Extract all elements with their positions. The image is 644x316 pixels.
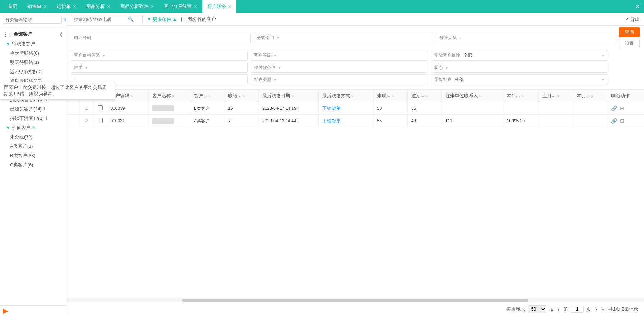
nav-product-analysis[interactable]: 商品分析 ✕ (81, 0, 115, 13)
edit-icon[interactable]: ✎ (32, 125, 36, 131)
row2-check[interactable] (94, 115, 107, 127)
col-last-method-header[interactable]: 最后联络方式⇅ (319, 90, 374, 102)
nav-home[interactable]: 首页 (3, 0, 22, 13)
filter-department[interactable]: 分管部门 ▼ (254, 33, 434, 43)
col-overdue-header[interactable]: 逾期...⇅ (407, 90, 441, 102)
filter-manager[interactable]: 分管人员 ··· (436, 33, 616, 43)
settings-button[interactable]: 设置 (619, 39, 640, 48)
sidebar-item-tomorrow[interactable]: 明天待联络(1) (0, 58, 66, 67)
nav-customer-contact[interactable]: 客户联络 ✕ (202, 0, 236, 13)
sidebar-pending-contact-section[interactable]: ▼ 待联络客户 (0, 39, 66, 48)
filter-retail-attr[interactable]: 零散客户属性 全部 ▼ (431, 50, 608, 61)
row2-last-method-link[interactable]: 下销货单 (322, 118, 341, 123)
row1-code: 000039 (107, 102, 148, 115)
close-icon[interactable]: ✕ (150, 4, 154, 9)
per-page-label: 每页显示 (506, 306, 525, 312)
sidebar-search-input[interactable] (3, 16, 62, 24)
per-page-select[interactable]: 50 20 100 200 (528, 305, 546, 313)
filter-retail-customer[interactable]: 零散客户 全部 ▼ (431, 74, 608, 85)
sidebar-expand-icon[interactable]: ▶ (3, 307, 8, 315)
close-icon[interactable]: ✕ (43, 4, 47, 9)
my-customer-filter[interactable]: 我分管的客户 (181, 16, 216, 23)
filter-customer-type[interactable]: 客户类型 ▼ (251, 74, 428, 85)
close-icon[interactable]: ✕ (73, 4, 76, 9)
sidebar-item-ungrouped[interactable]: 未分组(32) (0, 132, 66, 142)
page-nav: « ‹ 第 页 › » (549, 305, 606, 313)
row2-last-month (539, 115, 573, 127)
search-icon[interactable]: 🔍 (128, 16, 134, 22)
row1-link-icon[interactable]: 🔗 (611, 105, 617, 111)
close-icon[interactable]: ✕ (107, 4, 110, 9)
row2-actions: 🔗 ⊞ (607, 115, 644, 127)
row2-action-buttons: 🔗 ⊞ (611, 118, 640, 124)
filter-customer-level[interactable]: 客户等级 ▼ (251, 50, 428, 61)
sort-icon: ⇅ (479, 94, 482, 98)
nav-product-analysis-list[interactable]: 商品分析列表 ✕ (115, 0, 159, 13)
sidebar-all-customers[interactable]: ⋮⋮ 全部客户 ❮ (0, 29, 66, 39)
row2-link-icon[interactable]: 🔗 (611, 118, 617, 124)
nav-purchase[interactable]: 进货单 ✕ (52, 0, 81, 13)
export-button[interactable]: ↗ 导出 (625, 16, 640, 23)
nav-sales[interactable]: 销售单 ✕ (22, 0, 52, 13)
col-unreached-header[interactable]: 未联...⇅ (373, 90, 407, 102)
col-unit-contact-header[interactable]: 往来单位联系人⇅ (441, 90, 503, 102)
sort-icon: ⇅ (130, 94, 133, 98)
sort-icon: ⇅ (590, 94, 593, 98)
horizontal-scrollbar[interactable] (66, 298, 644, 302)
search-input[interactable] (74, 17, 128, 22)
nav-customer-segmentation[interactable]: 客户分层经营 ✕ (159, 0, 202, 13)
col-contact-header[interactable]: 联络...⇅ (224, 90, 259, 102)
chevron-down-icon: ▼ (601, 78, 605, 82)
row1-this-month (573, 102, 607, 115)
row1-last-method[interactable]: 下销货单 (319, 102, 374, 115)
row1-settings (66, 102, 79, 115)
chevron-down-icon: ▼ (273, 78, 277, 82)
col-last-date-header[interactable]: 最后联络日期⇅ (259, 90, 319, 102)
row1-last-method-link[interactable]: 下销货单 (322, 105, 341, 111)
query-button[interactable]: 查询 (619, 27, 640, 37)
sort-icon: ⇅ (208, 94, 211, 98)
window-close-button[interactable]: ✕ (635, 3, 640, 10)
row2-last-method[interactable]: 下销货单 (319, 115, 374, 127)
filter-nature[interactable]: 性质 ▼ (71, 62, 248, 73)
row1-check[interactable] (94, 102, 107, 115)
sidebar-search-icon[interactable]: 🔍 (63, 17, 66, 23)
close-icon[interactable]: ✕ (194, 4, 197, 9)
filter-status[interactable]: 状态 ▼ (431, 62, 608, 73)
sidebar-item-declining[interactable]: 持续下滑客户(2) ℹ (0, 114, 66, 123)
row1-grid-icon[interactable]: ⊞ (620, 105, 624, 111)
collapse-icon[interactable]: ❮ (59, 32, 63, 37)
row1-checkbox[interactable] (98, 105, 103, 110)
sidebar-item-b-class[interactable]: B类客户(33) (0, 151, 66, 160)
col-type-header[interactable]: 客户...⇅ (190, 90, 224, 102)
page-input[interactable] (571, 306, 584, 313)
more-filter-button[interactable]: ▼ 更多条件 ▲ (147, 16, 177, 23)
sidebar-item-today[interactable]: 今天待联络(0) (0, 48, 66, 58)
filter-price-level[interactable]: 客户价格等级 ▼ (71, 50, 248, 61)
main-layout: 🔍 ⋮⋮ 全部客户 ❮ ▼ 待联络客户 今天待联络(0) 明天待联络(1) 近7… (0, 13, 644, 316)
filter-payment[interactable]: 收付款条件 ▼ (251, 62, 428, 73)
row2-checkbox[interactable] (98, 118, 103, 123)
first-page-button[interactable]: « (549, 306, 555, 313)
filter-phone[interactable]: 电话号码 (71, 33, 251, 43)
col-this-year-header[interactable]: 本年...⇅ (503, 90, 539, 102)
sidebar-item-7days[interactable]: 近7天待联络(0) (0, 67, 66, 76)
sort-icon: ⇅ (242, 94, 245, 98)
sidebar-item-a-class[interactable]: A类客户(1) (0, 142, 66, 151)
last-page-button[interactable]: » (600, 306, 606, 313)
total-records-label: 共1页 2条记录 (608, 306, 638, 312)
col-name-header[interactable]: 客户名称⇅ (148, 90, 190, 102)
prev-page-button[interactable]: ‹ (556, 306, 560, 313)
col-last-month-header[interactable]: 上月...⇅ (539, 90, 573, 102)
hscroll-thumb[interactable] (182, 299, 529, 302)
row1-type: B类客户 (190, 102, 224, 115)
sidebar-value-customer-section[interactable]: ▼ 价值客户 ✎ (0, 123, 66, 132)
info-icon: ℹ (46, 115, 47, 121)
sidebar-item-churned[interactable]: 已流失客户(24) ℹ (0, 104, 66, 114)
next-page-button[interactable]: › (594, 306, 598, 313)
my-customer-checkbox[interactable] (181, 17, 186, 22)
close-icon[interactable]: ✕ (228, 4, 231, 9)
sidebar-item-c-class[interactable]: C类客户(6) (0, 160, 66, 170)
col-this-month-header[interactable]: 本月...⇅ (573, 90, 607, 102)
row2-grid-icon[interactable]: ⊞ (620, 118, 624, 124)
